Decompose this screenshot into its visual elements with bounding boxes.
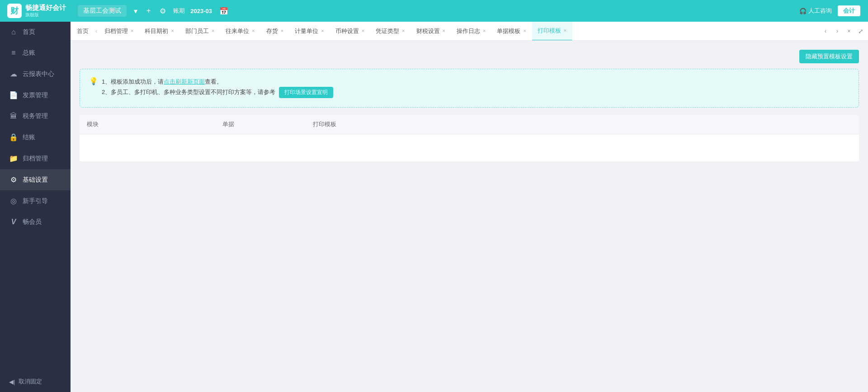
calendar-icon[interactable]: 📅 xyxy=(217,5,230,17)
tab-archive-mgmt[interactable]: 归档管理 × xyxy=(99,22,139,41)
tab-counterparty[interactable]: 往来单位 × xyxy=(220,22,260,41)
tab-inventory[interactable]: 存货 × xyxy=(261,22,289,41)
tab-op-log[interactable]: 操作日志 × xyxy=(451,22,491,41)
sidebar-label-home: 首页 xyxy=(23,28,35,36)
kuaiji-button[interactable]: 会计 xyxy=(837,5,861,17)
breadcrumb-arrow[interactable]: ‹ xyxy=(94,28,99,34)
tab-home[interactable]: 首页 xyxy=(72,22,94,41)
tab-voucher-type[interactable]: 凭证类型 × xyxy=(370,22,410,41)
settings-sidebar-icon: ⚙ xyxy=(9,175,18,184)
tab-close-voucher[interactable]: × xyxy=(402,28,405,33)
period-label: 账期 xyxy=(173,7,185,15)
tab-close-all-btn[interactable]: × xyxy=(844,26,854,37)
tab-close-dept[interactable]: × xyxy=(212,28,214,33)
sidebar-label-member: 畅会员 xyxy=(23,218,42,226)
tab-close-archive[interactable]: × xyxy=(131,28,133,33)
sidebar-label-tax: 税务管理 xyxy=(23,112,48,120)
sidebar-item-close[interactable]: 🔒 结账 xyxy=(0,127,71,148)
main-layout: ⌂ 首页 ≡ 总账 ☁ 云报表中心 📄 发票管理 🏛 税务管理 🔒 结账 📁 归… xyxy=(0,22,868,392)
table-body xyxy=(80,134,859,161)
info-line1-link[interactable]: 点击刷新新页面 xyxy=(164,78,205,85)
info-line2-prefix: 2、多员工、多打印机、多种业务类型设置不同打印方案等，请参考 xyxy=(102,89,275,95)
data-table: 模块 单据 打印模板 xyxy=(80,115,859,161)
tab-next-btn[interactable]: › xyxy=(832,26,843,37)
headset-icon: 🎧 xyxy=(799,8,807,14)
logo-main: 畅捷通好会计 xyxy=(25,4,66,12)
ledger-icon: ≡ xyxy=(9,49,18,57)
info-line2: 2、多员工、多打印机、多种业务类型设置不同打印方案等，请参考 打印场景设置宣明 xyxy=(102,87,333,98)
info-line1-prefix: 1、模板添加成功后，请 xyxy=(102,78,164,85)
logo-area: 财 畅捷通好会计 旗舰版 xyxy=(7,4,78,18)
tab-dept-staff[interactable]: 部门员工 × xyxy=(180,22,220,41)
sidebar: ⌂ 首页 ≡ 总账 ☁ 云报表中心 📄 发票管理 🏛 税务管理 🔒 结账 📁 归… xyxy=(0,22,71,392)
tab-close-inventory[interactable]: × xyxy=(281,28,283,33)
tax-icon: 🏛 xyxy=(9,112,18,120)
sidebar-item-invoice[interactable]: 📄 发票管理 xyxy=(0,85,71,106)
home-icon: ⌂ xyxy=(9,28,18,36)
tab-close-oplog[interactable]: × xyxy=(483,28,486,33)
member-icon: V xyxy=(9,218,18,226)
tab-close-counterparty[interactable]: × xyxy=(252,28,255,33)
sidebar-item-tax[interactable]: 🏛 税务管理 xyxy=(0,106,71,127)
tab-close-unit[interactable]: × xyxy=(321,28,324,33)
hide-template-button[interactable]: 隐藏预置模板设置 xyxy=(799,50,859,63)
service-button[interactable]: 🎧 人工咨询 xyxy=(799,7,832,15)
archive-icon: 📁 xyxy=(9,154,18,163)
sidebar-label-ledger: 总账 xyxy=(23,49,35,57)
table-col-template: 打印模板 xyxy=(306,115,859,134)
info-line1-suffix: 查看。 xyxy=(205,78,222,85)
tab-close-currency[interactable]: × xyxy=(362,28,364,33)
sidebar-item-new-user[interactable]: ◎ 新手引导 xyxy=(0,190,71,212)
info-box: 💡 1、模板添加成功后，请点击刷新新页面查看。 2、多员工、多打印机、多种业务类… xyxy=(80,69,859,108)
sidebar-label-invoice: 发票管理 xyxy=(23,91,48,99)
print-scene-button[interactable]: 打印场景设置宣明 xyxy=(279,87,333,98)
logo-icon: 财 xyxy=(7,4,22,18)
logo-text: 畅捷通好会计 旗舰版 xyxy=(25,4,66,18)
tab-bar: 首页 ‹ 归档管理 × 科目期初 × 部门员工 × 往来单位 × 存货 × xyxy=(71,22,868,41)
tab-tax-settings[interactable]: 财税设置 × xyxy=(411,22,451,41)
table-header: 模块 单据 打印模板 xyxy=(80,115,859,134)
period-value: 2023-03 xyxy=(190,8,212,14)
tab-currency[interactable]: 币种设置 × xyxy=(330,22,370,41)
info-row-1: 💡 1、模板添加成功后，请点击刷新新页面查看。 2、多员工、多打印机、多种业务类… xyxy=(89,76,849,98)
bulb-icon: 💡 xyxy=(89,77,98,85)
page-content: 隐藏预置模板设置 💡 1、模板添加成功后，请点击刷新新页面查看。 2、多员工、多… xyxy=(71,41,868,392)
sidebar-pin-toggle[interactable]: ◀| 取消固定 xyxy=(0,371,71,392)
sidebar-label-settings: 基础设置 xyxy=(23,176,48,184)
tab-prev-btn[interactable]: ‹ xyxy=(820,26,831,37)
tab-close-period[interactable]: × xyxy=(171,28,174,33)
tab-close-print[interactable]: × xyxy=(564,28,566,33)
tab-single-form[interactable]: 单据模板 × xyxy=(491,22,532,41)
sidebar-item-ledger[interactable]: ≡ 总账 xyxy=(0,43,71,63)
add-tab-icon[interactable]: + xyxy=(145,5,152,17)
sidebar-item-member[interactable]: V 畅会员 xyxy=(0,212,71,232)
settings-icon[interactable]: ⚙ xyxy=(158,5,168,17)
header-mid: 基层工会测试 ▾ + ⚙ 账期 2023-03 📅 xyxy=(78,5,799,17)
pin-icon: ◀| xyxy=(9,378,15,385)
dropdown-icon[interactable]: ▾ xyxy=(132,5,139,17)
tab-actions: ‹ › × ⤢ xyxy=(820,26,866,37)
logo-sub: 旗舰版 xyxy=(25,12,66,18)
sidebar-label-archive: 归档管理 xyxy=(23,155,48,163)
sidebar-label-new-user: 新手引导 xyxy=(23,197,48,205)
sidebar-item-archive[interactable]: 📁 归档管理 xyxy=(0,148,71,169)
info-line1: 1、模板添加成功后，请点击刷新新页面查看。 xyxy=(102,76,333,87)
sidebar-item-reports[interactable]: ☁ 云报表中心 xyxy=(0,63,71,85)
tab-close-tax[interactable]: × xyxy=(443,28,445,33)
tab-period-init[interactable]: 科目期初 × xyxy=(139,22,179,41)
company-selector[interactable]: 基层工会测试 xyxy=(78,5,127,17)
top-header: 财 畅捷通好会计 旗舰版 基层工会测试 ▾ + ⚙ 账期 2023-03 📅 🎧… xyxy=(0,0,868,22)
sidebar-label-close: 结账 xyxy=(23,133,35,142)
tab-close-single[interactable]: × xyxy=(523,28,526,33)
tab-fullscreen-btn[interactable]: ⤢ xyxy=(855,26,866,37)
table-col-module: 模块 xyxy=(80,115,215,134)
sidebar-item-settings[interactable]: ⚙ 基础设置 xyxy=(0,169,71,190)
sidebar-item-home[interactable]: ⌂ 首页 xyxy=(0,22,71,43)
sidebar-label-reports: 云报表中心 xyxy=(23,70,54,78)
page-top-bar: 隐藏预置模板设置 xyxy=(80,50,859,63)
header-right: 🎧 人工咨询 会计 xyxy=(799,5,861,17)
tab-print-template[interactable]: 打印模板 × xyxy=(532,22,572,41)
cloud-icon: ☁ xyxy=(9,70,18,78)
table-col-form: 单据 xyxy=(215,115,306,134)
tab-unit[interactable]: 计量单位 × xyxy=(289,22,330,41)
